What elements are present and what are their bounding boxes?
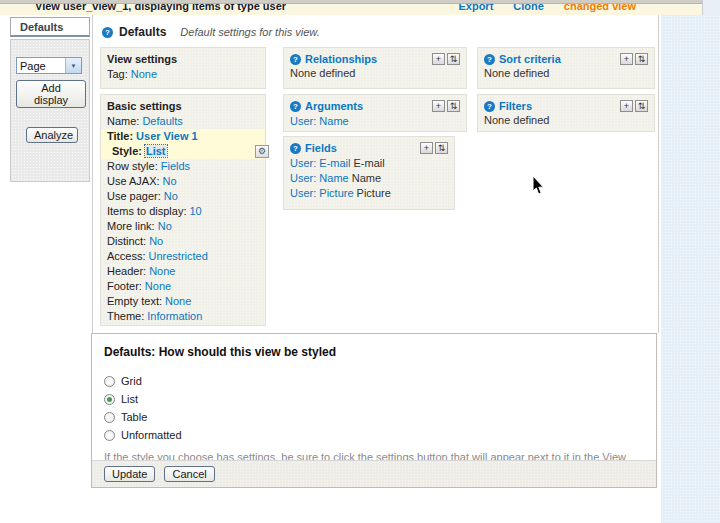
rearrange-icon[interactable]: ⇅ (635, 53, 648, 65)
radio-icon-checked[interactable] (104, 394, 115, 405)
radio-icon[interactable] (104, 376, 115, 387)
setting-value-link[interactable]: Information (147, 310, 202, 322)
setting-label: Items to display: (107, 205, 186, 217)
setting-label: Theme: (107, 310, 144, 322)
gear-icon[interactable]: ⚙ (255, 145, 269, 158)
setting-value-link[interactable]: Defaults (142, 115, 182, 127)
setting-value-link[interactable]: No (149, 235, 163, 247)
setting-value-link[interactable]: Fields (161, 160, 190, 172)
fields-title-link[interactable]: Fields (305, 142, 337, 154)
changed-view-marker: changed view (564, 4, 636, 13)
field-item-label: Picture (357, 187, 391, 199)
help-icon[interactable]: ? (290, 101, 301, 112)
rearrange-icon[interactable]: ⇅ (435, 142, 448, 154)
setting-row-rowstyle: Row style:Fields (107, 159, 259, 174)
tag-row: Tag:None (107, 67, 259, 82)
sort-criteria-empty-text: None defined (484, 67, 648, 79)
setting-label: Footer: (107, 280, 142, 292)
relationships-title-link[interactable]: Relationships (305, 53, 377, 65)
add-icon[interactable]: + (420, 142, 433, 154)
rearrange-icon[interactable]: ⇅ (635, 100, 648, 112)
view-settings-box: View settings Tag:None (100, 47, 266, 89)
setting-label: Title: (107, 130, 133, 142)
tag-label: Tag: (107, 68, 128, 80)
setting-value-link[interactable]: No (164, 190, 178, 202)
filters-title-link[interactable]: Filters (499, 100, 532, 112)
rearrange-icon[interactable]: ⇅ (447, 53, 460, 65)
radio-option-list[interactable]: List (104, 390, 656, 408)
view-settings-title: View settings (107, 53, 177, 65)
clone-link[interactable]: Clone (513, 4, 544, 13)
radio-option-grid[interactable]: Grid (104, 372, 656, 390)
setting-row-empty: Empty text:None (107, 294, 259, 309)
style-settings-form: Defaults: How should this view be styled… (91, 333, 657, 488)
arguments-title-link[interactable]: Arguments (305, 100, 363, 112)
analyze-button[interactable]: Analyze (26, 127, 78, 143)
setting-label: Header: (107, 265, 146, 277)
cancel-button[interactable]: Cancel (164, 466, 214, 482)
basic-settings-box: Basic settings Name:Defaults Title:User … (100, 94, 266, 326)
radio-option-unformatted[interactable]: Unformatted (104, 426, 656, 444)
setting-value-link-active[interactable]: List (145, 145, 167, 157)
radio-label[interactable]: Unformatted (121, 429, 182, 441)
help-icon[interactable]: ? (484, 101, 495, 112)
relationships-box: ?Relationships +⇅ None defined (283, 47, 467, 89)
tag-value-link[interactable]: None (131, 68, 157, 80)
view-header-bar: View user_view_1, displaying items of ty… (0, 4, 720, 15)
add-icon[interactable]: + (432, 100, 445, 112)
setting-label: More link: (107, 220, 155, 232)
summary-subtitle: Default settings for this view. (180, 26, 319, 38)
setting-value-link[interactable]: None (165, 295, 191, 307)
chevron-down-icon[interactable]: ▼ (65, 58, 81, 73)
field-item-link[interactable]: User: E-mail (290, 157, 351, 169)
relationships-empty-text: None defined (290, 67, 460, 79)
radio-label[interactable]: Table (121, 411, 147, 423)
setting-value-link[interactable]: None (149, 265, 175, 277)
setting-row-ajax: Use AJAX:No (107, 174, 259, 189)
export-link[interactable]: Export (458, 4, 493, 13)
summary-heading-row: ? Defaults Default settings for this vie… (102, 25, 320, 39)
setting-value-link[interactable]: 10 (189, 205, 201, 217)
setting-row-access: Access:Unrestricted (107, 249, 259, 264)
setting-label: Row style: (107, 160, 158, 172)
setting-value-link[interactable]: No (163, 175, 177, 187)
update-button[interactable]: Update (104, 466, 155, 482)
radio-label[interactable]: Grid (121, 375, 142, 387)
radio-option-table[interactable]: Table (104, 408, 656, 426)
setting-value-link[interactable]: None (145, 280, 171, 292)
setting-value-link[interactable]: No (158, 220, 172, 232)
radio-label[interactable]: List (121, 393, 138, 405)
radio-icon[interactable] (104, 430, 115, 441)
radio-icon[interactable] (104, 412, 115, 423)
filters-empty-text: None defined (484, 114, 648, 126)
add-icon[interactable]: + (432, 53, 445, 65)
argument-item-link[interactable]: User: Name (290, 115, 349, 127)
help-icon[interactable]: ? (484, 54, 495, 65)
help-icon[interactable]: ? (102, 27, 113, 38)
field-item-link[interactable]: User: Name (290, 172, 349, 184)
scrollbar-corner (702, 0, 720, 15)
page-background (661, 15, 720, 523)
help-icon[interactable]: ? (290, 54, 301, 65)
setting-label: Style: (107, 145, 142, 157)
add-icon[interactable]: + (620, 100, 633, 112)
help-icon[interactable]: ? (290, 143, 301, 154)
display-type-select[interactable]: Page ▼ (16, 57, 82, 74)
add-display-button[interactable]: Add display (16, 80, 86, 108)
form-title: Defaults: How should this view be styled (104, 345, 656, 359)
display-controls-sidebar: Page ▼ Add display Analyze (10, 39, 90, 182)
fields-box: ?Fields +⇅ User: E-mailE-mail User: Name… (283, 136, 455, 210)
arguments-box: ?Arguments +⇅ User: Name (283, 94, 467, 132)
add-icon[interactable]: + (620, 53, 633, 65)
tab-defaults[interactable]: Defaults (10, 17, 90, 37)
setting-value-link[interactable]: Unrestricted (149, 250, 208, 262)
field-item-link[interactable]: User: Picture (290, 187, 354, 199)
setting-value-link[interactable]: User View 1 (136, 130, 198, 142)
setting-row-items: Items to display:10 (107, 204, 259, 219)
setting-row-name: Name:Defaults (107, 114, 259, 129)
field-item: User: PicturePicture (290, 186, 448, 201)
sort-criteria-title-link[interactable]: Sort criteria (499, 53, 561, 65)
basic-settings-title: Basic settings (107, 100, 182, 112)
rearrange-icon[interactable]: ⇅ (447, 100, 460, 112)
setting-row-distinct: Distinct:No (107, 234, 259, 249)
